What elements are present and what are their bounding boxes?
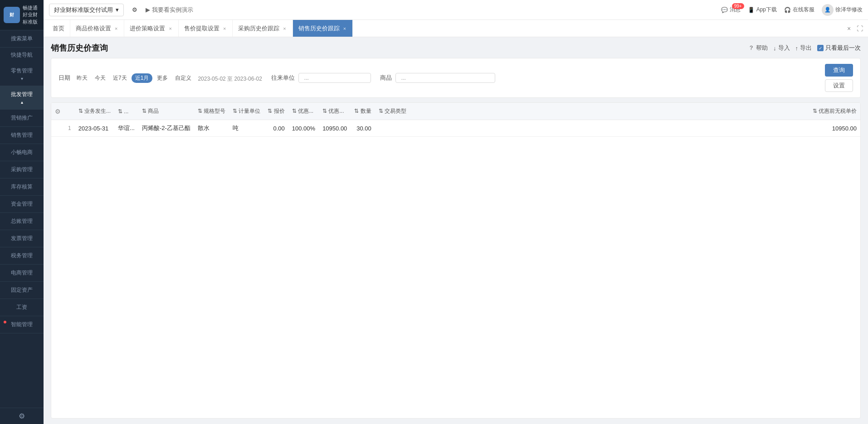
tab-sale-history-close[interactable]: ×	[342, 25, 347, 32]
td-discount-pct: 100.00%	[288, 120, 319, 137]
help-button[interactable]: ？ 帮助	[748, 44, 768, 52]
date-opt-today[interactable]: 今天	[92, 73, 108, 83]
th-quantity[interactable]: ⇅ 数量	[351, 103, 375, 120]
td-discount-amt: 10950.00	[319, 120, 351, 137]
tab-product-price[interactable]: 商品价格设置 ×	[70, 20, 124, 37]
source-dots-icon[interactable]: ...	[304, 75, 309, 81]
date-opt-more[interactable]: 更多	[154, 73, 171, 83]
sidebar-item-invoice[interactable]: 发票管理	[0, 230, 44, 247]
sidebar-item-purchase[interactable]: 采购管理	[0, 161, 44, 178]
th-price[interactable]: ⇅ 报价	[264, 103, 288, 120]
th-biz-date[interactable]: ⇅ 业务发生...	[75, 103, 114, 120]
export-button[interactable]: ↑ 导出	[795, 44, 812, 52]
th-discount-amt[interactable]: ⇅ 优惠...	[319, 103, 351, 120]
user-icon: 👤	[824, 7, 831, 13]
sidebar-item-ecommerce-small[interactable]: 小畅电商	[0, 144, 44, 161]
sidebar-gear-icon[interactable]: ⚙	[19, 412, 25, 420]
tab-home-label: 首页	[53, 24, 64, 33]
td-product: 丙烯酸-2-乙基己酯	[138, 120, 194, 137]
date-opt-yesterday[interactable]: 昨天	[74, 73, 90, 83]
sidebar-search[interactable]: 搜索菜单	[0, 30, 44, 48]
th-pretax-price[interactable]: ⇅ 优惠前无税单价	[809, 103, 860, 120]
sidebar-item-wholesale[interactable]: 批发管理 ▴	[0, 86, 44, 110]
date-filter-label: 日期	[59, 74, 70, 82]
tab-purchase-history-label: 采购历史价跟踪	[238, 24, 279, 33]
sidebar-item-inventory[interactable]: 库存核算	[0, 178, 44, 196]
tab-product-price-close[interactable]: ×	[114, 25, 118, 32]
filter-settings-button[interactable]: 设置	[825, 79, 853, 92]
module-selector[interactable]: 好业财标准版交付试用 ▾	[49, 4, 124, 16]
last-only-checkbox[interactable]: ✓ 只看最后一次	[817, 44, 861, 52]
user-name: 徐泽华修改	[835, 6, 863, 14]
module-name: 好业财标准版交付试用	[54, 6, 113, 14]
sidebar-item-quick-nav[interactable]: 快捷导航	[0, 48, 44, 63]
maximize-window-button[interactable]: ⛶	[855, 24, 864, 33]
source-filter-label: 往来单位	[271, 74, 295, 82]
th-trade-type[interactable]: ⇅ 交易类型	[375, 103, 410, 120]
td-quantity: 30.00	[351, 120, 375, 137]
date-opt-month1[interactable]: 近1月	[132, 73, 153, 83]
checkbox-box: ✓	[817, 45, 824, 51]
headset-icon: 🎧	[784, 7, 791, 13]
sidebar-item-retail[interactable]: 零售管理 ▾	[0, 63, 44, 86]
online-service-button[interactable]: 🎧 在线客服	[784, 6, 814, 14]
sidebar-item-ledger[interactable]: 总账管理	[0, 213, 44, 230]
app-download-button[interactable]: 📱 App下载	[748, 6, 777, 14]
user-info[interactable]: 👤 徐泽华修改	[822, 4, 863, 16]
check-icon: ✓	[819, 46, 822, 51]
demo-link[interactable]: ▶ 我要看实例演示	[146, 6, 193, 14]
th-unit[interactable]: ⇅ 计量单位	[229, 103, 264, 120]
close-window-button[interactable]: ×	[844, 24, 853, 33]
sidebar-item-ecommerce[interactable]: 电商管理	[0, 265, 44, 282]
tab-purchase-history-close[interactable]: ×	[282, 25, 287, 32]
product-dots-icon[interactable]: ...	[401, 75, 406, 81]
tab-sale-extract[interactable]: 售价提取设置 ×	[179, 20, 233, 37]
sidebar-item-fixed-assets[interactable]: 固定资产	[0, 282, 44, 299]
date-opt-custom[interactable]: 自定义	[172, 73, 194, 83]
td-unit: 吨	[229, 120, 264, 137]
td-num: 1	[64, 120, 75, 137]
tab-product-price-label: 商品价格设置	[76, 24, 111, 33]
tab-home[interactable]: 首页	[47, 20, 70, 37]
sidebar-item-marketing[interactable]: 营销推广	[0, 110, 44, 127]
th-gear: ⚙	[51, 103, 64, 120]
th-product[interactable]: ⇅ 商品	[138, 103, 194, 120]
source-input[interactable]: ...	[298, 73, 371, 83]
tab-purchase-history[interactable]: 采购历史价跟踪 ×	[233, 20, 293, 37]
th-discount-pct[interactable]: ⇅ 优惠...	[288, 103, 319, 120]
data-table-wrap: ⚙ ⇅ 业务发生... ⇅ ... ⇅ 商品 ⇅ 规格型号 ⇅ 计量单位 ⇅ 报…	[51, 102, 861, 419]
product-filter-label: 商品	[380, 74, 392, 82]
sidebar-item-salary[interactable]: 工资	[0, 299, 44, 316]
messages-badge: 99+	[732, 3, 744, 9]
th-more[interactable]: ⇅ ...	[114, 103, 138, 120]
th-spec[interactable]: ⇅ 规格型号	[194, 103, 229, 120]
help-icon: ？	[748, 44, 754, 52]
import-button[interactable]: ↓ 导入	[773, 44, 790, 52]
td-gear	[51, 120, 64, 137]
date-opt-week7[interactable]: 近7天	[110, 73, 130, 83]
product-input[interactable]: ...	[395, 73, 495, 83]
sidebar-item-tax[interactable]: 税务管理	[0, 247, 44, 265]
sidebar-item-finance[interactable]: 资金管理	[0, 196, 44, 213]
tab-sale-extract-close[interactable]: ×	[222, 25, 227, 32]
query-button[interactable]: 查询	[825, 64, 853, 77]
message-icon: 💬	[721, 7, 728, 13]
sidebar-item-sales[interactable]: 销售管理	[0, 127, 44, 144]
td-pretax-price: 10950.00	[809, 120, 860, 137]
page-actions: ？ 帮助 ↓ 导入 ↑ 导出 ✓ 只看最后一次	[748, 44, 861, 52]
column-gear-icon[interactable]: ⚙	[55, 108, 61, 115]
tab-purchase-strategy-close[interactable]: ×	[168, 25, 172, 32]
messages-button[interactable]: 💬 消息 99+	[721, 6, 741, 14]
window-controls: × ⛶	[844, 24, 864, 33]
product-filter-group: 商品 ...	[380, 73, 495, 83]
sidebar-item-smart[interactable]: 智能管理	[0, 316, 44, 333]
tab-sale-history[interactable]: 销售历史价跟踪 ×	[293, 20, 353, 37]
th-spacer	[410, 103, 809, 120]
tab-sale-extract-label: 售价提取设置	[184, 24, 219, 33]
td-price: 0.00	[264, 120, 288, 137]
settings-icon-btn[interactable]: ⚙	[129, 5, 140, 15]
wholesale-expand-icon: ▴	[21, 100, 23, 105]
topbar-right: 💬 消息 99+ 📱 App下载 🎧 在线客服 👤 徐泽华修改	[721, 4, 863, 16]
tab-purchase-strategy[interactable]: 进价策略设置 ×	[124, 20, 178, 37]
filter-line: 日期 昨天 今天 近7天 近1月 更多 自定义 2023-05-02 至 202…	[59, 64, 853, 92]
